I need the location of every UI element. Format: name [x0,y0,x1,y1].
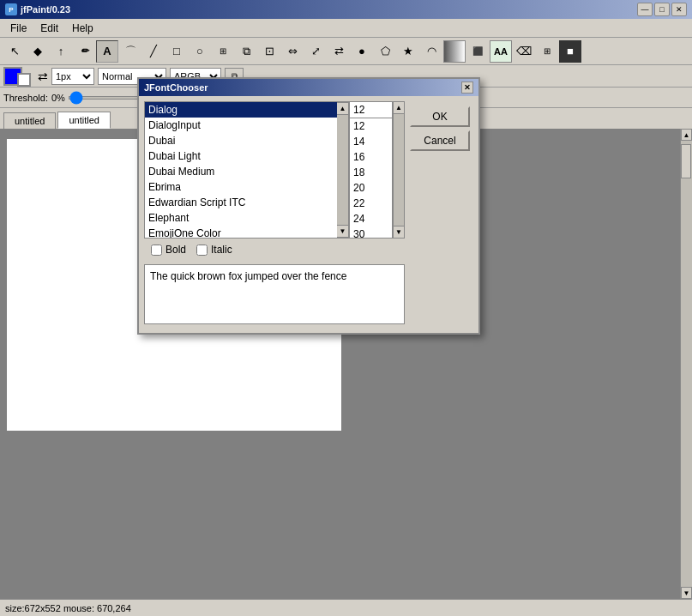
font-list-item-edwardian[interactable]: Edwardian Script ITC [145,195,337,210]
menu-bar: File Edit Help [0,19,692,38]
font-scroll-track[interactable] [337,115,348,225]
font-chooser-left: Dialog DialogInput Dubai Dubai Light Dub… [144,101,405,328]
font-list: Dialog DialogInput Dubai Dubai Light Dub… [145,102,337,238]
bold-checkbox[interactable] [151,245,162,256]
maximize-button[interactable]: □ [654,3,670,16]
title-bar: P jfPaint/0.23 — □ ✕ [0,0,692,19]
font-scroll-up-button[interactable]: ▲ [337,103,348,115]
size-item-14[interactable]: 14 [350,134,392,149]
crop-tool[interactable]: ⊡ [258,40,280,63]
cancel-button[interactable]: Cancel [410,130,470,151]
fill-tool[interactable]: ◆ [27,40,49,63]
brush-size-select[interactable]: 1px 2px 4px 8px [51,68,94,85]
size-item-12[interactable]: 12 [350,118,392,134]
palette-tool[interactable]: ■ [559,40,581,63]
font-chooser-titlebar: JFontChooser ✕ [139,79,478,96]
ok-button[interactable]: OK [410,106,470,127]
pencil-tool[interactable]: ✏ [73,40,95,63]
title-bar-left: P jfPaint/0.23 [5,3,70,15]
scroll-thumb[interactable] [681,144,691,178]
lasso-tool[interactable]: ⌒ [119,40,141,63]
tab-1[interactable]: untitled [57,112,110,129]
text-tool[interactable]: A [96,40,118,63]
threshold-value: 0% [51,93,65,103]
font-size-input[interactable] [350,102,392,118]
toolbar: ↖ ◆ ↑ ✏ A ⌒ ╱ □ ○ ⊞ ⧉ ⊡ ⇔ ⤢ ⇄ ● ⬠ ★ ◠ ⬛ … [0,38,692,65]
size-item-18[interactable]: 18 [350,165,392,180]
size-item-22[interactable]: 22 [350,196,392,211]
minimize-button[interactable]: — [637,3,653,16]
rotate-tool[interactable]: ⤢ [304,40,327,63]
clone-tool[interactable]: ⧉ [235,40,257,63]
italic-checkbox[interactable] [196,245,208,256]
size-scroll-down-button[interactable]: ▼ [394,226,404,238]
vertical-scrollbar[interactable]: ▲ ▼ [680,129,692,599]
status-bar: size:672x552 mouse: 670,264 [0,599,692,616]
font-preview: The quick brown fox jumped over the fenc… [144,264,405,324]
line-tool[interactable]: ╱ [142,40,165,63]
bold-label: Bold [165,244,186,256]
threshold-label: Threshold: [3,93,48,103]
font-list-item-dubai-medium[interactable]: Dubai Medium [145,164,337,179]
eraser-tool[interactable]: ⌫ [513,40,535,63]
font-chooser-content: Dialog DialogInput Dubai Dubai Light Dub… [144,101,473,328]
font-chooser-dialog[interactable]: JFontChooser ✕ Dialog DialogInput Dubai … [137,77,480,335]
close-button[interactable]: ✕ [671,3,687,16]
italic-label: Italic [211,244,232,256]
font-list-scrollbar[interactable]: ▲ ▼ [337,102,349,238]
font-list-item-emojione[interactable]: EmojiOne Color [145,226,337,238]
size-item-30[interactable]: 30 [350,226,392,238]
font-list-item-dialoginput[interactable]: DialogInput [145,118,337,133]
move-tool[interactable]: ↑ [50,40,72,63]
flip-tool[interactable]: ⇄ [328,40,350,63]
font-list-item-dialog[interactable]: Dialog [145,102,337,118]
preview-text: The quick brown fox jumped over the fenc… [150,270,346,282]
gradient-tool[interactable] [443,40,466,63]
font-list-container: Dialog DialogInput Dubai Dubai Light Dub… [144,101,350,239]
star-tool[interactable]: ★ [397,40,419,63]
threshold-group: Threshold: 0% [3,93,154,103]
scroll-up-button[interactable]: ▲ [681,129,692,141]
font-chooser-close-button[interactable]: ✕ [461,82,473,94]
app-icon: P [5,3,17,15]
swap-colors-button[interactable]: ⇄ [38,69,48,83]
size-item-24[interactable]: 24 [350,211,392,226]
size-list-scrollbar[interactable]: ▲ ▼ [393,101,405,239]
select-tool[interactable]: ↖ [3,40,26,63]
italic-checkbox-label[interactable]: Italic [196,244,232,256]
style-options: Bold Italic [147,239,405,261]
title-bar-controls: — □ ✕ [637,3,687,16]
size-item-20[interactable]: 20 [350,180,392,196]
menu-file[interactable]: File [3,21,33,36]
font-chooser-body: Dialog DialogInput Dubai Dubai Light Dub… [139,96,478,333]
checkerboard-tool[interactable]: ⬛ [466,40,489,63]
bold-checkbox-label[interactable]: Bold [151,244,186,256]
font-scroll-down-button[interactable]: ▼ [337,225,348,237]
tab-0[interactable]: untitled [3,112,56,129]
status-text: size:672x552 mouse: 670,264 [5,603,131,613]
curve-tool[interactable]: ◠ [420,40,442,63]
font-list-item-dubai-light[interactable]: Dubai Light [145,148,337,164]
transform-tool[interactable]: ⊞ [212,40,234,63]
rect-tool[interactable]: □ [165,40,188,63]
circle-fill-tool[interactable]: ● [351,40,373,63]
scroll-down-button[interactable]: ▼ [681,587,692,599]
font-list-item-ebrima[interactable]: Ebrima [145,179,337,195]
size-list-container: 12 14 16 18 20 22 24 30 36 [350,101,393,239]
text-aa-tool[interactable]: AA [490,40,512,63]
modal-buttons: OK Cancel [405,101,473,328]
grid-tool[interactable]: ⊞ [536,40,558,63]
ellipse-tool[interactable]: ○ [189,40,211,63]
menu-edit[interactable]: Edit [33,21,65,36]
menu-help[interactable]: Help [65,21,100,36]
size-scroll-track[interactable] [394,114,404,226]
size-scroll-up-button[interactable]: ▲ [394,102,404,114]
size-item-16[interactable]: 16 [350,149,392,165]
scroll-track[interactable] [681,141,692,587]
resize-tool[interactable]: ⇔ [281,40,304,63]
font-list-item-dubai[interactable]: Dubai [145,133,337,148]
pentagon-tool[interactable]: ⬠ [374,40,396,63]
app-title: jfPaint/0.23 [21,4,70,15]
font-list-item-elephant[interactable]: Elephant [145,210,337,226]
secondary-color-swatch[interactable] [17,73,31,87]
